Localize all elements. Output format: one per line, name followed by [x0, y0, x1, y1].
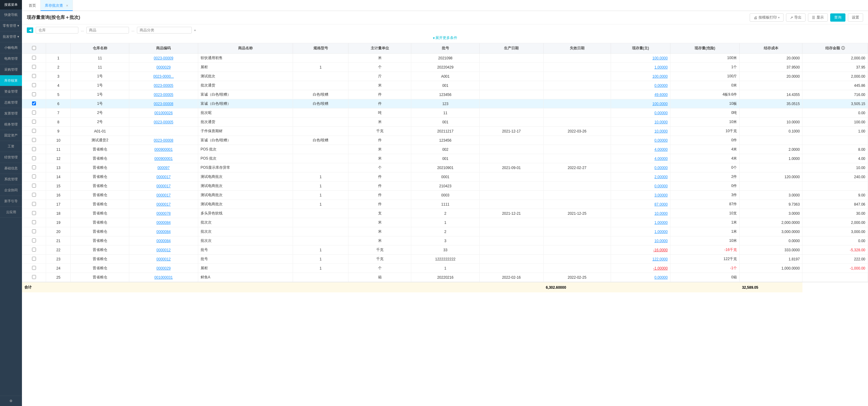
sidebar-item-general[interactable]: 总账管理 — [0, 97, 22, 108]
row-checkbox[interactable] — [22, 72, 46, 81]
sidebar-item-inventory[interactable]: 库存核算 — [0, 75, 22, 86]
print-button[interactable]: 🖨 按模板打印 ▾ — [750, 13, 783, 22]
row-batch: 001 — [411, 81, 479, 90]
settings-button[interactable]: 设置 — [848, 13, 863, 22]
row-cost: 20.0000 — [740, 54, 802, 63]
row-qty-main[interactable]: 0.00000 — [611, 136, 670, 145]
expand-conditions-button[interactable]: ▾ 展开更多条件 — [433, 35, 457, 40]
row-checkbox[interactable] — [22, 273, 46, 282]
row-checkbox[interactable] — [22, 172, 46, 181]
sidebar-item-tax[interactable]: 税务管理 — [0, 119, 22, 130]
sidebar-item-base-info[interactable]: 基础信息 — [0, 163, 22, 174]
row-qty-main[interactable]: 4.00000 — [611, 145, 670, 154]
row-checkbox[interactable] — [22, 81, 46, 90]
row-checkbox[interactable] — [22, 245, 46, 255]
sidebar-settings[interactable]: ⚙ — [0, 396, 22, 406]
row-checkbox[interactable] — [22, 236, 46, 245]
sidebar-item-ecommerce-small[interactable]: 小畅电商 — [0, 42, 22, 53]
row-exp-date — [543, 117, 611, 127]
row-qty-main[interactable]: 4.00000 — [611, 154, 670, 163]
tab-home[interactable]: 首页 — [24, 0, 40, 11]
row-checkbox[interactable] — [22, 145, 46, 154]
row-checkbox[interactable] — [22, 191, 46, 200]
select-all-checkbox[interactable] — [32, 46, 36, 50]
sidebar-item-new-guide[interactable]: 新手引导 — [0, 196, 22, 207]
row-checkbox[interactable] — [22, 200, 46, 209]
sidebar-item-ecommerce[interactable]: 电商管理 — [0, 53, 22, 64]
category-input[interactable] — [137, 27, 192, 34]
row-qty-main[interactable]: 0.00000 — [611, 181, 670, 191]
row-qty-main[interactable]: 10.0000 — [611, 127, 670, 136]
row-checkbox[interactable] — [22, 255, 46, 264]
row-checkbox[interactable] — [22, 63, 46, 72]
sidebar-search-menu[interactable]: 搜索菜单 — [0, 0, 22, 9]
row-qty-main[interactable]: 100.0000 — [611, 99, 670, 108]
row-checkbox[interactable] — [22, 154, 46, 163]
sidebar-item-invoice[interactable]: 发票管理 — [0, 108, 22, 119]
row-qty-main[interactable]: 87.0000 — [611, 200, 670, 209]
row-qty-main[interactable]: 49.6000 — [611, 90, 670, 99]
row-checkbox[interactable] — [22, 264, 46, 273]
row-checkbox[interactable] — [22, 54, 46, 63]
sidebar-item-retail[interactable]: 零售管理 ▾ — [0, 21, 22, 31]
row-checkbox[interactable] — [22, 90, 46, 99]
category-dropdown-icon[interactable]: ▾ — [194, 29, 196, 32]
sidebar-item-coop[interactable]: 企业协同 — [0, 185, 22, 196]
row-exp-date: 2022-03-26 — [543, 127, 611, 136]
row-name: 测试电商批次 — [198, 181, 293, 191]
row-checkbox[interactable] — [22, 99, 46, 108]
row-warehouse: 晋省粮仓 — [71, 154, 129, 163]
row-qty-main[interactable]: 122.0000 — [611, 255, 670, 264]
table-row: 25 晋省粮仓 001000031 鲜鱼A 箱 20220216 2022-02… — [22, 273, 868, 282]
row-qty-main[interactable]: -1.00000 — [611, 264, 670, 273]
sidebar-item-purchase[interactable]: 采购管理 — [0, 64, 22, 75]
row-checkbox[interactable] — [22, 218, 46, 227]
row-qty-main[interactable]: 1.00000 — [611, 63, 670, 72]
sidebar-item-asset[interactable]: 资金管理 — [0, 86, 22, 97]
row-qty-main[interactable]: 0.00000 — [611, 108, 670, 117]
sidebar-item-payroll[interactable]: 工资 — [0, 141, 22, 152]
row-batch: 2 — [411, 227, 479, 236]
row-warehouse: 晋省粮仓 — [71, 236, 129, 245]
row-qty-main[interactable]: 1.00000 — [611, 227, 670, 236]
row-qty-main[interactable]: 100.0000 — [611, 72, 670, 81]
row-checkbox[interactable] — [22, 136, 46, 145]
row-qty-main[interactable]: 0.00000 — [611, 163, 670, 172]
row-checkbox[interactable] — [22, 209, 46, 218]
display-button[interactable]: ☰ 显示 — [808, 13, 828, 22]
table-row: 10 测试通货2 0023-00008 富诚（白色/咬糟） 白色/咬糟 件 12… — [22, 136, 868, 145]
search-button[interactable]: 查询 — [830, 13, 845, 22]
row-checkbox[interactable] — [22, 117, 46, 127]
row-checkbox[interactable] — [22, 127, 46, 136]
sidebar-item-quick-nav[interactable]: 快捷导航 — [0, 9, 22, 21]
export-button[interactable]: ↗ 导出 — [786, 13, 806, 22]
row-qty-main[interactable]: 3.00000 — [611, 191, 670, 200]
row-qty-main[interactable]: 2.00000 — [611, 172, 670, 181]
row-name: 多头异色软线 — [198, 209, 293, 218]
row-checkbox[interactable] — [22, 163, 46, 172]
row-name: 批次次 — [198, 236, 293, 245]
sidebar-item-wholesale[interactable]: 批发管理 ▾ — [0, 31, 22, 42]
row-checkbox[interactable] — [22, 181, 46, 191]
footer-qty-total: 6,302.60000 — [543, 282, 611, 293]
row-qty-main[interactable]: 100.0000 — [611, 54, 670, 63]
row-qty-main[interactable]: 1.00000 — [611, 218, 670, 227]
col-checkbox[interactable] — [22, 43, 46, 54]
row-qty-main[interactable]: 0.00000 — [611, 273, 670, 282]
collapse-filter-button[interactable]: ◀ — [27, 27, 33, 33]
product-input[interactable] — [86, 27, 129, 34]
row-qty-main[interactable]: 10.0000 — [611, 117, 670, 127]
warehouse-input[interactable] — [36, 27, 79, 34]
sidebar-item-fixed-asset[interactable]: 固定资产 — [0, 130, 22, 141]
sidebar-item-cloud-app[interactable]: 云应用 — [0, 207, 22, 218]
row-qty-main[interactable]: 10.0000 — [611, 209, 670, 218]
row-checkbox[interactable] — [22, 227, 46, 236]
tab-close-icon[interactable]: ✕ — [66, 4, 68, 7]
row-qty-main[interactable]: 0.00000 — [611, 81, 670, 90]
row-checkbox[interactable] — [22, 108, 46, 117]
row-qty-main[interactable]: 10.0000 — [611, 236, 670, 245]
row-qty-main[interactable]: -16.0000 — [611, 245, 670, 255]
sidebar-item-sys-mgmt[interactable]: 系统管理 — [0, 174, 22, 185]
sidebar-item-operation[interactable]: 经营管理 — [0, 152, 22, 163]
tab-inventory-batch[interactable]: 库存批次查 ✕ — [40, 0, 73, 11]
